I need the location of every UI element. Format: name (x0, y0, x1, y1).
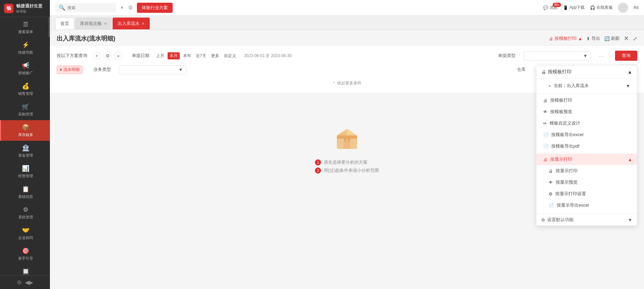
topbar-right: 💬 消息 99+ 📱 App下载 🎧 在线客服 Rit (543, 3, 639, 13)
sidebar-item-inventory[interactable]: 📦 库存核算 (0, 120, 50, 141)
sidebar-item-purchase[interactable]: 🛒 采购管理 (0, 100, 50, 120)
print-btn-label: 按模板打印 (555, 35, 577, 42)
sidebar-logo: 畅 畅捷通好生意 标准版 (0, 0, 50, 17)
dropdown-template-print[interactable]: 🖨 按模板打印 (536, 95, 637, 106)
settings-bottom-icon[interactable]: ⚙ (17, 279, 22, 286)
dropdown-display-print[interactable]: 🖨 按显示打印 (536, 165, 637, 177)
tab-flow-detail[interactable]: 出入库流水 ✕ (113, 18, 150, 29)
svg-marker-4 (337, 130, 347, 135)
display-section-header[interactable]: 🖨 按显示打印 ▲ (536, 154, 637, 165)
tab-batch-account[interactable]: 库存批次账 ✕ (75, 18, 112, 29)
search-input[interactable] (67, 5, 108, 10)
tab-flow-detail-label: 出入库流水 (118, 21, 140, 27)
headset-icon: 🎧 (590, 5, 595, 10)
sidebar-item-search-menu[interactable]: ☰ 搜索菜单 (0, 17, 50, 38)
sidebar-item-system[interactable]: ⚙ 系统管理 (0, 203, 50, 223)
doc-type-chevron: ▼ (583, 53, 587, 58)
dropdown-current-item[interactable]: ● 当前：出入库流水 ▼ (536, 80, 637, 91)
template-custom-label: 模板自定义设计 (550, 120, 580, 126)
date-label: 单据日期 (132, 53, 149, 59)
dropdown-display-preview[interactable]: 👁 按显示预览 (536, 177, 637, 188)
date-range-display: 2023-06-01 至 2023-06-30 (244, 53, 292, 59)
dropdown-template-preview[interactable]: 👁 按模板预览 (536, 106, 637, 117)
app-download-item[interactable]: 📱 App下载 (563, 5, 585, 10)
sidebar-item-app-center[interactable]: 🔲 应用中心 (0, 264, 50, 275)
query-button[interactable]: 查询 (615, 51, 637, 61)
page-expand-icon[interactable]: ⤢ (633, 35, 637, 42)
tab-flow-detail-close[interactable]: ✕ (142, 22, 145, 26)
sidebar-item-operations[interactable]: 📊 经营管理 (0, 161, 50, 182)
page-close-icon[interactable]: ✕ (624, 35, 629, 42)
tab-home-label: 首页 (60, 21, 69, 27)
display-print-label: 按显示打印 (556, 168, 578, 174)
doc-type-select[interactable]: ▼ (524, 51, 591, 60)
sidebar-item-sales[interactable]: 💰 销售管理 (0, 79, 50, 100)
user-avatar[interactable] (618, 3, 628, 13)
collapse-label: 收起更多条件 (337, 80, 361, 86)
refresh-button[interactable]: 🔄 刷新 (604, 35, 620, 42)
tab-home[interactable]: 首页 (55, 18, 74, 29)
shortcut-this-month[interactable]: 本月 (168, 52, 180, 59)
filter-settings-button[interactable]: ⚙ (104, 52, 112, 60)
tab-batch-account-close[interactable]: ✕ (104, 22, 107, 26)
divider-1 (536, 94, 637, 94)
display-preview-label: 按显示预览 (556, 179, 578, 185)
dropdown-template-custom[interactable]: ✏ 模板自定义设计 (536, 117, 637, 129)
add-filter-button[interactable]: + (93, 52, 101, 60)
tip-text-2: 用[过滤]条件来缩小分析范围 (324, 167, 379, 174)
sidebar-item-enterprise[interactable]: 🤝 企业协同 (0, 223, 50, 244)
filter-collapse-button[interactable]: « (114, 52, 122, 60)
sidebar-label-basic-info: 基础信息 (18, 194, 33, 199)
print-dropdown-button[interactable]: 🖨 按模板打印 ▲ (549, 35, 582, 42)
dropdown-template-export-pdf[interactable]: 📄 按模板导出pdf (536, 140, 637, 152)
collapse-chevron-up-icon: ⌃ (332, 81, 336, 86)
trial-button[interactable]: 体验行业方案 (137, 3, 173, 13)
shortcut-this-year[interactable]: 本年 (182, 52, 193, 59)
dropdown-chevron-up: ▲ (627, 69, 632, 75)
shortcut-custom[interactable]: 自定义 (223, 52, 237, 59)
refresh-btn-label: 刷新 (611, 35, 620, 42)
empty-illustration (330, 120, 364, 154)
dropdown-display-print-settings[interactable]: ⚙ 按显示打印设置 (536, 188, 637, 200)
doc-type-more-icon[interactable]: ··· (598, 52, 604, 60)
template-export-pdf-label: 按模板导出pdf (551, 143, 579, 149)
enterprise-icon: 🤝 (22, 227, 29, 234)
dropdown-template-export-excel[interactable]: 📄 按模板导出excel (536, 129, 637, 140)
dropdown-footer[interactable]: ⚙ 设置默认功能 ▼ (536, 214, 637, 226)
empty-tip-1: 1 请先选择要分析的方案 (315, 159, 379, 165)
sidebar-label-search-menu: 搜索菜单 (18, 29, 33, 34)
dropdown-display-export-excel[interactable]: 📄 按显示导出excel (536, 200, 637, 211)
logo-main-text: 畅捷通好生意 (16, 3, 42, 9)
topbar: 🔍 ▼ ⚙ 体验行业方案 💬 消息 99+ 📱 App下载 🎧 在线客服 Rit (50, 0, 644, 16)
sidebar-item-basic-info[interactable]: 📋 基础信息 (0, 182, 50, 203)
collapse-sidebar-icon[interactable]: ◀▶ (25, 279, 33, 286)
sidebar-item-guide[interactable]: 🎯 新手引导 (0, 244, 50, 264)
dropdown-header-title: 按模板打印 (548, 69, 572, 75)
topbar-chevron-icon[interactable]: ▼ (120, 5, 124, 10)
message-item[interactable]: 💬 消息 99+ (543, 5, 558, 10)
display-print-settings-icon: ⚙ (549, 191, 553, 196)
business-type-chevron: ▼ (178, 67, 183, 72)
business-type-select[interactable]: ▼ (119, 65, 186, 74)
warehouse-label: 仓库 (517, 67, 526, 73)
topbar-search-box[interactable]: 🔍 (55, 3, 116, 12)
sidebar-label-enterprise: 企业协同 (18, 235, 33, 240)
topbar-gear-icon[interactable]: ⚙ (128, 4, 133, 11)
current-label-icon: ● (549, 84, 551, 88)
dropdown-display-export-pdf[interactable]: 📄 按显示导出pdf (536, 211, 637, 214)
shortcut-more[interactable]: 更多 (210, 52, 221, 59)
sidebar-label-guide: 新手引导 (18, 256, 33, 261)
flow-tag-icon: ● (60, 67, 62, 72)
shortcut-last-7-days[interactable]: 近7天 (195, 52, 208, 59)
shortcut-last-month[interactable]: 上月 (155, 52, 166, 59)
sidebar-item-quick-nav[interactable]: ⚡ 快捷导航 (0, 38, 50, 58)
dropdown-scrollable: ● 当前：出入库流水 ▼ 🖨 按模板打印 👁 按模板预览 ✏ 模板自定义设计 (536, 79, 637, 214)
online-service-item[interactable]: 🎧 在线客服 (590, 5, 613, 10)
sidebar-item-finance[interactable]: 🏦 资金管理 (0, 141, 50, 161)
print-dropdown-menu: 🖨 按模板打印 ▲ ● 当前：出入库流水 ▼ 🖨 按模板打印 (536, 65, 637, 226)
export-button[interactable]: ⬆ 导出 (586, 35, 600, 42)
sidebar-item-marketing[interactable]: 📢 营销推广 (0, 58, 50, 79)
footer-chevron-down: ▼ (628, 217, 632, 222)
flow-type-tag[interactable]: ● 流水明细 (57, 65, 83, 74)
marketing-icon: 📢 (22, 62, 29, 69)
